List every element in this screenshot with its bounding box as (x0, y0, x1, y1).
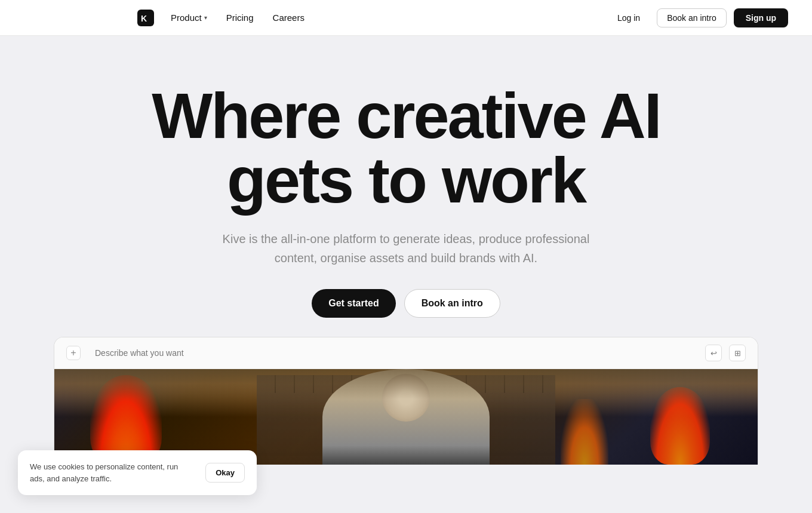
signup-button[interactable]: Sign up (734, 8, 788, 27)
undo-icon[interactable]: ↩ (705, 345, 722, 361)
hero-cta-group: Get started Book an intro (312, 289, 500, 318)
fire-center (561, 399, 608, 465)
navbar: K Product ▾ Pricing Careers Log in Book … (0, 0, 812, 36)
get-started-button[interactable]: Get started (312, 289, 395, 318)
nav-careers[interactable]: Careers (266, 9, 312, 26)
figure-silhouette (322, 369, 490, 465)
login-button[interactable]: Log in (608, 9, 650, 27)
fire-right (650, 387, 710, 465)
cookie-banner: We use cookies to personalize content, r… (18, 450, 257, 495)
book-intro-button[interactable]: Book an intro (657, 8, 727, 27)
toolbar-icons: ↩ ⊞ (705, 345, 746, 361)
nav-right: Log in Book an intro Sign up (608, 8, 788, 27)
hero-title-line2: gets to work (227, 144, 585, 216)
plus-icon: + (70, 348, 76, 358)
hero-section: Where creative AI gets to work Kive is t… (0, 0, 812, 465)
describe-input[interactable] (88, 345, 698, 361)
app-preview: + ↩ ⊞ (54, 337, 758, 465)
chevron-down-icon: ▾ (204, 14, 207, 21)
hero-title: Where creative AI gets to work (152, 84, 660, 213)
nav-careers-label: Careers (273, 13, 304, 23)
cookie-okay-button[interactable]: Okay (205, 463, 245, 483)
nav-product-label: Product (171, 13, 202, 23)
nav-pricing-label: Pricing (226, 13, 254, 23)
hero-subtitle: Kive is the all-in-one platform to gener… (221, 229, 591, 268)
cookie-text: We use cookies to personalize content, r… (30, 461, 193, 484)
add-button[interactable]: + (66, 346, 81, 360)
grid-icon[interactable]: ⊞ (729, 345, 746, 361)
logo-icon: K (137, 10, 154, 26)
hero-title-line1: Where creative AI (152, 79, 660, 152)
svg-text:K: K (141, 14, 147, 23)
nav-product[interactable]: Product ▾ (164, 9, 214, 26)
book-intro-hero-button[interactable]: Book an intro (404, 289, 500, 318)
nav-pricing[interactable]: Pricing (219, 9, 261, 26)
nav-left: K Product ▾ Pricing Careers (137, 9, 312, 26)
app-toolbar: + ↩ ⊞ (54, 337, 758, 369)
